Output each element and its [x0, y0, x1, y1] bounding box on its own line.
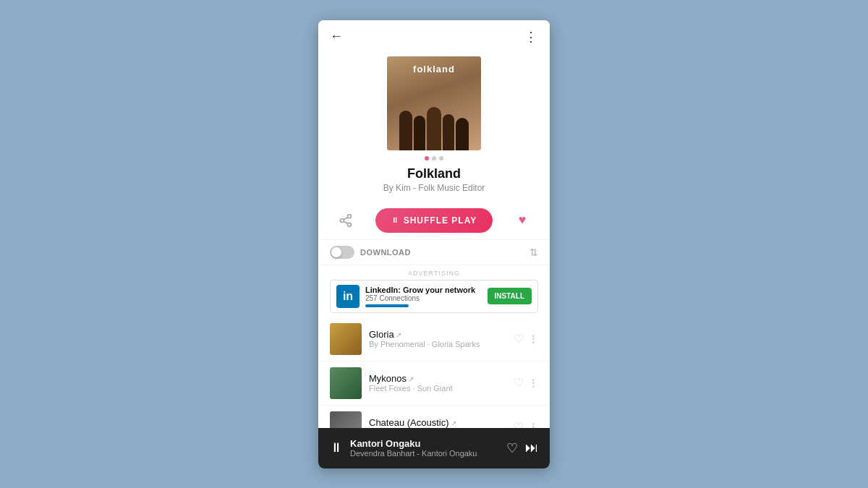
dot-1	[425, 156, 429, 160]
ad-section: ADVERTISING in LinkedIn: Grow your netwo…	[318, 265, 550, 317]
svg-point-0	[348, 214, 352, 218]
dot-3	[439, 156, 443, 160]
download-left: DOWNLOAD	[330, 246, 411, 259]
now-playing-bar[interactable]: ⏸ Kantori Ongaku Devendra Banhart - Kant…	[318, 428, 550, 468]
album-section: folkland Folkland By Kim - Folk Music Ed…	[318, 51, 550, 202]
song-actions-1: ♡ ⋮	[514, 332, 538, 346]
song-more-3[interactable]: ⋮	[528, 421, 538, 428]
ad-progress-bar	[365, 304, 409, 307]
song-thumbnail-2	[330, 367, 362, 399]
song-info-3: Chateau (Acoustic)↗ By Angus & Julia Sto…	[369, 417, 506, 428]
song-actions-3: ♡ ⋮	[514, 420, 538, 428]
song-item-1[interactable]: Gloria↗ By Phenomenal · Gloria Sparks ♡ …	[318, 317, 550, 361]
song-name-1: Gloria↗	[369, 329, 506, 340]
song-like-1[interactable]: ♡	[514, 332, 524, 346]
song-more-1[interactable]: ⋮	[528, 333, 538, 345]
ad-label: ADVERTISING	[330, 270, 538, 277]
album-name: Folkland	[407, 166, 461, 181]
song-meta-2: Fleet Foxes · Sun Giant	[369, 384, 506, 393]
now-playing-info: Kantori Ongaku Devendra Banhart - Kantor…	[350, 438, 499, 458]
controls-row: ⏸ SHUFFLE PLAY ♥	[318, 202, 550, 239]
ad-card[interactable]: in LinkedIn: Grow your network 257 Conne…	[330, 280, 538, 313]
dot-2	[432, 156, 436, 160]
song-thumbnail-1	[330, 323, 362, 355]
now-playing-title: Kantori Ongaku	[350, 438, 499, 449]
toggle-knob	[331, 247, 341, 257]
song-name-2: Mykonos↗	[369, 373, 506, 384]
pause-icon: ⏸	[391, 216, 399, 224]
external-icon-3: ↗	[451, 419, 456, 427]
share-button[interactable]	[333, 207, 359, 234]
external-icon-2: ↗	[408, 375, 414, 383]
shuffle-play-label: SHUFFLE PLAY	[404, 215, 477, 226]
now-playing-next-button[interactable]: ⏭	[525, 440, 538, 455]
svg-point-1	[341, 218, 344, 222]
back-button[interactable]: ←	[330, 29, 343, 44]
song-thumbnail-3	[330, 411, 362, 428]
ad-subtitle: 257 Connections	[365, 294, 482, 302]
song-item-2[interactable]: Mykonos↗ Fleet Foxes · Sun Giant ♡ ⋮	[318, 361, 550, 406]
svg-line-4	[344, 217, 348, 219]
dots-indicator	[425, 156, 443, 160]
more-button[interactable]: ⋮	[524, 29, 538, 45]
svg-line-3	[344, 221, 348, 223]
now-playing-like-button[interactable]: ♡	[506, 440, 518, 456]
linkedin-icon: in	[343, 290, 353, 303]
svg-point-2	[348, 223, 352, 226]
download-toggle[interactable]	[330, 246, 354, 259]
install-button[interactable]: INSTALL	[488, 288, 532, 304]
song-more-2[interactable]: ⋮	[528, 377, 538, 389]
song-info-1: Gloria↗ By Phenomenal · Gloria Sparks	[369, 329, 506, 348]
header: ← ⋮	[318, 20, 550, 51]
song-item-3[interactable]: Chateau (Acoustic)↗ By Angus & Julia Sto…	[318, 406, 550, 428]
song-actions-2: ♡ ⋮	[514, 376, 538, 390]
ad-text: LinkedIn: Grow your network 257 Connecti…	[365, 286, 482, 307]
song-like-2[interactable]: ♡	[514, 376, 524, 390]
external-icon-1: ↗	[396, 331, 401, 339]
song-info-2: Mykonos↗ Fleet Foxes · Sun Giant	[369, 373, 506, 393]
album-art: folkland	[387, 56, 481, 150]
download-row: DOWNLOAD ⇅	[318, 239, 550, 265]
album-by: By Kim - Folk Music Editor	[383, 183, 485, 193]
now-playing-pause-button[interactable]: ⏸	[330, 440, 343, 455]
download-label: DOWNLOAD	[360, 248, 411, 257]
album-title-overlay: folkland	[413, 64, 455, 74]
album-people	[387, 93, 481, 150]
heart-icon: ♥	[519, 213, 527, 228]
shuffle-play-button[interactable]: ⏸ SHUFFLE PLAY	[375, 208, 493, 233]
like-button[interactable]: ♥	[509, 207, 535, 234]
sort-icon[interactable]: ⇅	[529, 247, 538, 258]
now-playing-subtitle: Devendra Banhart - Kantori Ongaku	[350, 449, 499, 458]
linkedin-logo: in	[336, 285, 359, 308]
song-name-3: Chateau (Acoustic)↗	[369, 417, 506, 428]
song-meta-1: By Phenomenal · Gloria Sparks	[369, 340, 506, 348]
ad-title: LinkedIn: Grow your network	[365, 286, 482, 294]
song-list: Gloria↗ By Phenomenal · Gloria Sparks ♡ …	[318, 317, 550, 428]
song-like-3[interactable]: ♡	[514, 420, 524, 428]
